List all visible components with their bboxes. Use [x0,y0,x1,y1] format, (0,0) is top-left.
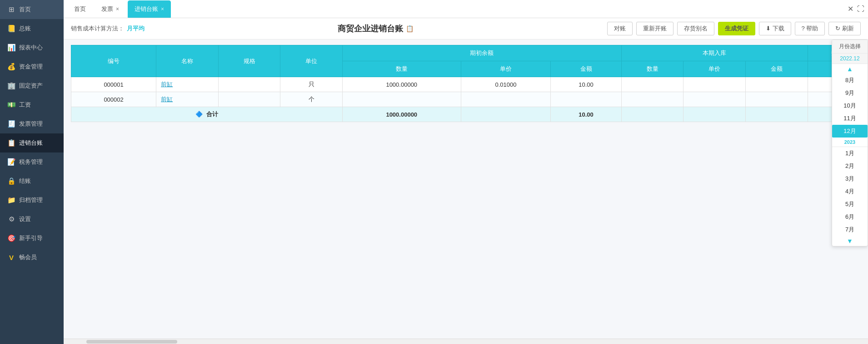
table-area: 编号 名称 规格 单位 期初余额 本期入库 数 数量 单价 金额 数量 单价 [64,39,868,339]
sidebar-item-purchase-sales[interactable]: 📋 进销台账 [0,133,64,152]
sidebar-item-label: 报表中心 [19,44,43,52]
sidebar-item-tax[interactable]: 📝 税务管理 [0,152,64,172]
reopen-button[interactable]: 重新开账 [636,22,673,35]
close-icon[interactable]: × [116,6,119,12]
sidebar-item-vip[interactable]: V 畅会员 [0,248,64,267]
month-item-3[interactable]: 3月 [832,172,868,185]
sidebar-item-assets[interactable]: 🏢 固定资产 [0,76,64,95]
sidebar: ⊞ 首页 📒 总账 📊 报表中心 💰 资金管理 🏢 固定资产 💵 工资 🧾 发票… [0,0,64,344]
ledger-icon: 📒 [7,25,15,33]
cell-in-amount [746,92,808,107]
content-area: 销售成本计算方法： 月平均 商贸企业进销台账 📋 对账 重新开账 存货别名 生成… [64,18,868,344]
help-icon: ? [802,25,805,32]
sidebar-item-label: 税务管理 [19,158,43,166]
window-controls: ✕ ⛶ [848,5,864,13]
sidebar-item-guide[interactable]: 🎯 新手引导 [0,229,64,248]
table-row: 000002 前缸 个 [71,92,861,107]
sidebar-item-funds[interactable]: 💰 资金管理 [0,57,64,76]
cell-opening-qty: 1000.00000 [342,77,461,92]
cell-in-price [683,77,746,92]
month-item-11[interactable]: 11月 [832,112,868,125]
window-expand-icon[interactable]: ⛶ [857,5,864,13]
funds-icon: 💰 [7,63,15,71]
total-opening-price [461,107,551,122]
tab-invoice[interactable]: 发票 × [95,0,126,18]
cost-method-value: 月平均 [127,25,145,33]
sidebar-item-settings[interactable]: ⚙ 设置 [0,210,64,229]
sidebar-item-invoice-mgmt[interactable]: 🧾 发票管理 [0,114,64,133]
action-buttons: 对账 重新开账 存货别名 生成凭证 ⬇ 下载 ? 帮助 ↻ 刷新 [607,22,861,35]
col-code: 编号 [71,45,156,77]
col-opening-amount: 金额 [551,61,622,77]
generate-voucher-button[interactable]: 生成凭证 [718,22,755,35]
reconcile-button[interactable]: 对账 [607,22,633,35]
sidebar-item-label: 畅会员 [19,253,37,261]
col-name: 名称 [156,45,219,77]
sidebar-item-label: 结账 [19,177,31,185]
col-in-price: 单价 [683,61,746,77]
month-item-4[interactable]: 4月 [832,185,868,198]
total-opening-amount: 10.00 [551,107,622,122]
close-icon[interactable]: × [161,6,164,12]
col-current-in: 本期入库 [621,45,808,61]
cell-in-amount [746,77,808,92]
help-button[interactable]: ? 帮助 [795,22,825,35]
month-item-6[interactable]: 6月 [832,211,868,223]
download-button[interactable]: ⬇ 下载 [759,22,791,35]
info-icon: 📋 [406,25,414,32]
month-item-5[interactable]: 5月 [832,198,868,211]
vip-icon: V [7,254,15,261]
month-item-8[interactable]: 8月 [832,74,868,87]
table-header-row-1: 编号 名称 规格 单位 期初余额 本期入库 数 [71,45,861,61]
cell-spec [218,77,280,92]
month-scroll-up[interactable]: ▲ [832,64,868,74]
purchase-sales-icon: 📋 [7,139,15,147]
page-title-area: 商贸企业进销台账 📋 [338,23,414,34]
col-opening-balance: 期初余额 [342,45,621,61]
horizontal-scrollbar[interactable] [64,339,868,344]
cell-unit: 个 [280,92,343,107]
sidebar-item-label: 设置 [19,215,31,223]
month-item-1[interactable]: 1月 [832,147,868,160]
closing-icon: 🔒 [7,177,15,185]
month-picker-panel: 月份选择 2022.12 ▲ 8月 9月 10月 11月 12月 2023 1月… [832,39,868,246]
purchase-sales-table: 编号 名称 规格 单位 期初余额 本期入库 数 数量 单价 金额 数量 单价 [71,45,861,122]
sidebar-item-home[interactable]: ⊞ 首页 [0,0,64,19]
sidebar-item-label: 归档管理 [19,196,43,204]
cell-opening-qty [342,92,461,107]
refresh-button[interactable]: ↻ 刷新 [828,22,861,35]
month-item-9[interactable]: 9月 [832,87,868,99]
month-item-2[interactable]: 2月 [832,160,868,172]
sidebar-item-archive[interactable]: 📁 归档管理 [0,191,64,210]
window-close-icon[interactable]: ✕ [848,5,853,13]
save-alias-button[interactable]: 存货别名 [677,22,714,35]
col-opening-price: 单价 [461,61,551,77]
total-in-qty [621,107,683,122]
month-item-7[interactable]: 7月 [832,223,868,236]
cell-opening-price: 0.01000 [461,77,551,92]
col-unit: 单位 [280,45,343,77]
tab-home[interactable]: 首页 [67,0,93,18]
cell-opening-amount: 10.00 [551,77,622,92]
cell-code: 000002 [71,92,156,107]
sidebar-item-salary[interactable]: 💵 工资 [0,95,64,114]
cell-in-qty [621,92,683,107]
sidebar-item-ledger[interactable]: 📒 总账 [0,19,64,38]
month-item-12[interactable]: 12月 [832,125,868,138]
col-in-qty: 数量 [621,61,683,77]
page-title: 商贸企业进销台账 [338,23,403,34]
sidebar-item-reports[interactable]: 📊 报表中心 [0,38,64,57]
cell-opening-price [461,92,551,107]
tab-label: 首页 [74,5,86,13]
invoice-mgmt-icon: 🧾 [7,120,15,128]
page-toolbar: 销售成本计算方法： 月平均 商贸企业进销台账 📋 对账 重新开账 存货别名 生成… [64,18,868,39]
sidebar-item-closing[interactable]: 🔒 结账 [0,172,64,191]
month-scroll-down[interactable]: ▼ [832,236,868,246]
tab-purchase-sales[interactable]: 进销台账 × [128,0,171,18]
total-opening-qty: 1000.00000 [342,107,461,122]
month-item-10[interactable]: 10月 [832,99,868,112]
total-in-price [683,107,746,122]
tab-label: 发票 [101,5,113,13]
scrollbar-thumb[interactable] [86,340,177,344]
table-total-row: 🔷 合计 1000.00000 10.00 [71,107,861,122]
